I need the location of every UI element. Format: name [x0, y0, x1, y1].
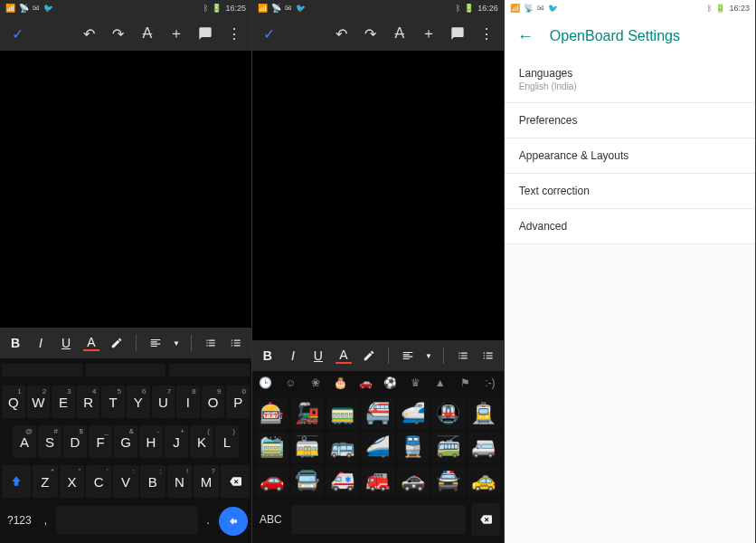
- emoji-key[interactable]: 🚋: [291, 432, 324, 462]
- period-key[interactable]: .: [203, 514, 213, 527]
- bold-button[interactable]: B: [7, 335, 24, 351]
- key-i[interactable]: I8: [176, 386, 200, 418]
- emoji-key[interactable]: 🚃: [326, 398, 359, 429]
- emoji-key[interactable]: 🚔: [432, 465, 465, 496]
- settings-item-advanced[interactable]: Advanced: [505, 209, 755, 244]
- key-d[interactable]: D$: [63, 425, 87, 458]
- cat-crown-icon[interactable]: ♛: [407, 375, 423, 391]
- cat-food-icon[interactable]: 🎂: [333, 375, 349, 391]
- cat-emoticons-icon[interactable]: :-): [482, 375, 498, 391]
- emoji-key[interactable]: 🚑: [326, 465, 359, 496]
- text-color-button[interactable]: A: [83, 335, 99, 351]
- back-arrow-icon[interactable]: ←: [517, 27, 534, 46]
- cat-flags-icon[interactable]: ⚑: [457, 375, 473, 391]
- emoji-key[interactable]: 🚞: [256, 432, 288, 462]
- text-color-button[interactable]: A: [335, 348, 352, 364]
- key-k[interactable]: K(: [190, 425, 213, 458]
- key-q[interactable]: Q1: [2, 386, 25, 418]
- settings-item-languages[interactable]: LanguagesEnglish (India): [505, 56, 755, 103]
- settings-item-preferences[interactable]: Preferences: [505, 103, 755, 138]
- overflow-icon[interactable]: ⋮: [478, 25, 495, 42]
- emoji-key[interactable]: 🚌: [326, 432, 359, 462]
- spacebar-key[interactable]: [291, 505, 466, 534]
- key-b[interactable]: B;: [140, 465, 165, 498]
- cat-symbols-icon[interactable]: ▲: [432, 375, 449, 391]
- emoji-key[interactable]: 🚇: [432, 398, 465, 429]
- editor-canvas[interactable]: [252, 51, 504, 340]
- emoji-key[interactable]: 🚄: [362, 432, 394, 462]
- add-icon[interactable]: ＋: [421, 25, 437, 42]
- key-p[interactable]: P0: [226, 386, 250, 418]
- emoji-key[interactable]: 🚍: [291, 465, 324, 496]
- confirm-check-icon[interactable]: ✓: [261, 25, 278, 42]
- number-list-button[interactable]: [228, 335, 244, 351]
- shift-key[interactable]: [2, 465, 31, 498]
- emoji-key[interactable]: 🚕: [468, 465, 500, 496]
- bold-button[interactable]: B: [260, 348, 276, 364]
- undo-icon[interactable]: ↶: [81, 25, 98, 42]
- emoji-key[interactable]: 🚝: [362, 398, 394, 429]
- settings-item-text-correction[interactable]: Text correction: [505, 174, 755, 209]
- key-w[interactable]: W2: [27, 386, 51, 418]
- highlight-button[interactable]: [361, 348, 377, 364]
- italic-button[interactable]: I: [285, 348, 301, 364]
- settings-item-appearance-layouts[interactable]: Appearance & Layouts: [505, 138, 755, 174]
- emoji-key[interactable]: 🚆: [397, 432, 430, 462]
- underline-button[interactable]: U: [58, 335, 74, 351]
- emoji-key[interactable]: 🚊: [468, 398, 500, 429]
- key-v[interactable]: V:: [113, 465, 138, 498]
- key-r[interactable]: R4: [77, 386, 100, 418]
- bullet-list-button[interactable]: [455, 348, 471, 364]
- key-c[interactable]: C': [86, 465, 111, 498]
- key-m[interactable]: M?: [194, 465, 219, 498]
- text-format-icon[interactable]: A: [392, 25, 408, 42]
- bullet-list-button[interactable]: [203, 335, 219, 351]
- add-icon[interactable]: ＋: [168, 25, 184, 42]
- backspace-key[interactable]: [221, 465, 250, 498]
- cat-recent-icon[interactable]: 🕒: [258, 375, 274, 391]
- comma-key[interactable]: ,: [41, 514, 51, 527]
- comment-icon[interactable]: [449, 25, 466, 42]
- emoji-key[interactable]: 🚓: [397, 465, 430, 496]
- key-s[interactable]: S#: [38, 425, 61, 458]
- key-t[interactable]: T5: [101, 386, 125, 418]
- cat-smiley-icon[interactable]: ☺: [282, 375, 298, 391]
- emoji-key[interactable]: 🎰: [256, 398, 288, 429]
- emoji-key[interactable]: 🚅: [397, 398, 430, 429]
- key-y[interactable]: Y6: [127, 386, 150, 418]
- cat-transport-icon[interactable]: 🚗: [357, 375, 373, 391]
- key-j[interactable]: J+: [165, 425, 188, 458]
- underline-button[interactable]: U: [310, 348, 326, 364]
- undo-icon[interactable]: ↶: [334, 25, 350, 42]
- suggestion-strip[interactable]: [0, 358, 251, 382]
- key-a[interactable]: A@: [13, 425, 36, 458]
- key-o[interactable]: O9: [202, 386, 225, 418]
- abc-toggle-key[interactable]: ABC: [256, 513, 286, 526]
- key-u[interactable]: U7: [152, 386, 175, 418]
- highlight-button[interactable]: [109, 335, 125, 351]
- key-e[interactable]: E3: [52, 386, 75, 418]
- comment-icon[interactable]: [197, 25, 213, 42]
- emoji-key[interactable]: 🚐: [468, 432, 500, 462]
- key-x[interactable]: X": [60, 465, 85, 498]
- cat-activity-icon[interactable]: ⚽: [383, 375, 399, 391]
- key-g[interactable]: G&: [114, 425, 137, 458]
- emoji-key[interactable]: 🚒: [362, 465, 394, 496]
- key-f[interactable]: F_: [89, 425, 112, 458]
- enter-key[interactable]: [219, 507, 248, 536]
- key-l[interactable]: L): [215, 425, 239, 458]
- cat-nature-icon[interactable]: ❀: [307, 375, 324, 391]
- key-h[interactable]: H-: [139, 425, 163, 458]
- redo-icon[interactable]: ↷: [110, 25, 127, 42]
- text-format-icon[interactable]: A: [139, 25, 156, 42]
- number-list-button[interactable]: [480, 348, 496, 364]
- key-n[interactable]: N!: [167, 465, 193, 498]
- backspace-key[interactable]: [471, 503, 500, 536]
- redo-icon[interactable]: ↷: [363, 25, 379, 42]
- confirm-check-icon[interactable]: ✓: [9, 25, 25, 42]
- spacebar-key[interactable]: [56, 506, 198, 535]
- editor-canvas[interactable]: [0, 51, 251, 328]
- key-z[interactable]: Z*: [33, 465, 58, 498]
- mode-toggle-key[interactable]: ?123: [4, 514, 35, 527]
- align-button[interactable]: [147, 335, 164, 351]
